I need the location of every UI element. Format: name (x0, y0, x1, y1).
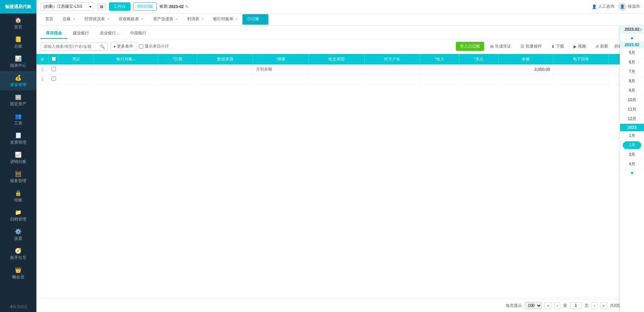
fixed-assets-icon: 🏢 (15, 94, 22, 100)
search-input[interactable] (43, 44, 98, 49)
tab-home[interactable]: 首页 (40, 14, 58, 25)
company-name: (勿删）江西腿宝-LSS (43, 4, 82, 9)
cell-checkbox[interactable] (49, 64, 59, 75)
month-10[interactable]: 10月 (620, 95, 644, 105)
download-btn[interactable]: ⬇ 下载 (548, 42, 567, 51)
generate-voucher-btn[interactable]: ⊞ 生成凭证 (487, 42, 515, 51)
cell-payment-type (309, 64, 364, 75)
search-icon[interactable]: 🔍 (100, 44, 105, 49)
last-page-btn[interactable]: » (600, 302, 607, 309)
sidebar-item-label: 首页 (14, 24, 22, 30)
cell-source (197, 64, 253, 75)
batch-op-btn[interactable]: ☰ 批量操作 (517, 42, 545, 51)
sidebar-item-fixed-assets[interactable]: 🏢 固定资产 (0, 90, 36, 110)
first-page-btn[interactable]: « (545, 302, 552, 309)
daily-total-checkbox-label[interactable]: 显示本日小计 (139, 44, 169, 49)
col-expense: *支出 (459, 54, 498, 64)
tab-status[interactable]: 经营状况表 × (80, 14, 114, 25)
sidebar-item-guide[interactable]: 🧭 新手引导 (0, 244, 36, 263)
tab-receivable-close[interactable]: × (142, 17, 144, 21)
prev-page-btn[interactable]: ‹ (554, 302, 560, 309)
switch-old-btn[interactable]: 切到旧版 (133, 2, 157, 11)
sidebar-item-tax[interactable]: 🧮 税务管理 (0, 167, 36, 187)
journal-page: 库存现金 建设银行 农业银行... 中国银行 🔍 (36, 26, 644, 312)
tab-status-label: 经营状况表 (85, 17, 105, 21)
tab-receivable[interactable]: 应收账龄表 × (114, 14, 148, 25)
user-menu[interactable]: 👤 徐温华 (618, 3, 640, 11)
select-all-checkbox[interactable] (52, 57, 56, 61)
tab-journal-close[interactable]: × (262, 17, 264, 21)
cell-checkbox[interactable] (49, 75, 59, 84)
sidebar-item-sales[interactable]: 📈 进销台账 (0, 148, 36, 167)
support-icon: 👤 (592, 4, 597, 9)
subtab-zhongguo[interactable]: 中国银行 (125, 28, 152, 39)
tab-bank-reconcile-close[interactable]: × (236, 17, 238, 21)
subtab-nongye[interactable]: 农业银行... (94, 28, 125, 39)
filter-btn[interactable]: ▾ 更多条件 (111, 42, 136, 51)
subtab-cash[interactable]: 库存现金 (40, 28, 67, 39)
search-box[interactable]: 🔍 (40, 42, 108, 51)
month-2023-4[interactable]: 4月 (620, 160, 644, 169)
sidebar-item-vip[interactable]: 👑 畅会员 (0, 263, 36, 283)
video-btn[interactable]: ▶ 视频 (570, 42, 589, 51)
copy-btn[interactable]: ⧉ (97, 3, 106, 10)
date-panel-close-btn[interactable]: ✕ (639, 27, 643, 32)
support-btn[interactable]: 👤 人工咨询 (592, 4, 614, 9)
import-journal-btn[interactable]: 导入日记账 (456, 42, 484, 51)
col-checkbox[interactable] (49, 54, 59, 64)
next-page-btn[interactable]: › (591, 302, 597, 309)
copy-icon: ⧉ (100, 4, 103, 9)
sidebar-item-settings[interactable]: ⚙️ 设置 (0, 225, 36, 244)
archive-icon: 📁 (15, 209, 22, 216)
refresh-icon: ↺ (595, 44, 599, 49)
cell-counterparty (364, 75, 420, 84)
sidebar-item-home[interactable]: 🏠 首页 (0, 13, 36, 33)
sidebar-item-archive[interactable]: 📁 归档管理 (0, 206, 36, 225)
app-logo: 畅捷通易代账 (0, 0, 36, 13)
daily-total-checkbox[interactable] (139, 44, 143, 49)
tab-bank-reconcile[interactable]: 银行对账单 × (208, 14, 242, 25)
scroll-up-btn[interactable]: ▲ (620, 33, 644, 41)
date-panel: 2023.02 ✕ ▲ 2023.02 5月 6月 7月 8月 9月 10月 1… (620, 26, 644, 312)
sidebar-item-payroll[interactable]: 👥 工资 (0, 110, 36, 129)
period-edit-icon[interactable]: ✎ (185, 4, 188, 9)
tab-profit[interactable]: 利润表 × (182, 14, 208, 25)
month-5[interactable]: 5月 (620, 48, 644, 58)
month-2023-2[interactable]: 2月 (623, 141, 641, 149)
subtab-jianshe[interactable]: 建设银行 (67, 28, 94, 39)
sidebar-collapse-btn[interactable]: ◀取消固定 (0, 302, 36, 312)
tab-assets-close[interactable]: × (176, 17, 178, 21)
month-6[interactable]: 6月 (620, 58, 644, 67)
month-12[interactable]: 12月 (620, 114, 644, 124)
batch-icon: ☰ (521, 44, 524, 49)
home-icon: 🏠 (15, 17, 22, 23)
workspace-btn[interactable]: 工作台 (109, 2, 130, 11)
sidebar-item-reports[interactable]: 📊 报表中心 (0, 52, 36, 71)
col-settings[interactable]: ⚙ (36, 54, 49, 64)
sidebar-item-capital[interactable]: 💰 资金管理 (0, 71, 36, 90)
month-8[interactable]: 8月 (620, 77, 644, 86)
month-7[interactable]: 7月 (620, 67, 644, 77)
tab-profit-close[interactable]: × (202, 17, 204, 21)
page-size-label: 每页显示 (506, 303, 522, 309)
refresh-btn[interactable]: ↺ 刷新 (592, 42, 612, 51)
page-size-select[interactable]: 100 10 20 50 200 (525, 302, 542, 309)
month-2023-1[interactable]: 1月 (620, 131, 644, 141)
page-input[interactable] (570, 302, 582, 309)
tab-ledger-close[interactable]: × (73, 17, 75, 21)
tab-ledger[interactable]: 总账 × (58, 14, 80, 25)
company-selector[interactable]: (勿删）江西腿宝-LSS ▾ (40, 2, 94, 11)
month-2023-3[interactable]: 3月 (620, 150, 644, 160)
tab-status-close[interactable]: × (108, 17, 110, 21)
tab-assets[interactable]: 资产负债表 × (148, 14, 182, 25)
month-9[interactable]: 9月 (620, 86, 644, 95)
sidebar-item-ledger[interactable]: 📒 总账 (0, 33, 36, 52)
scroll-down-btn[interactable]: ▼ (620, 169, 644, 177)
month-11[interactable]: 11月 (620, 105, 644, 114)
topbar-right: 👤 人工咨询 👤 徐温华 (592, 3, 640, 11)
sidebar-item-closing[interactable]: 🔒 结账 (0, 187, 36, 206)
tab-journal[interactable]: 日记账 × (242, 14, 268, 25)
col-counterparty: 对方户名 (364, 54, 420, 64)
sidebar-item-invoice[interactable]: 🧾 发票管理 (0, 129, 36, 148)
journal-toolbar: 🔍 ▾ 更多条件 显示本日小计 导入日记账 ⊞ 生成凭证 (36, 39, 644, 54)
